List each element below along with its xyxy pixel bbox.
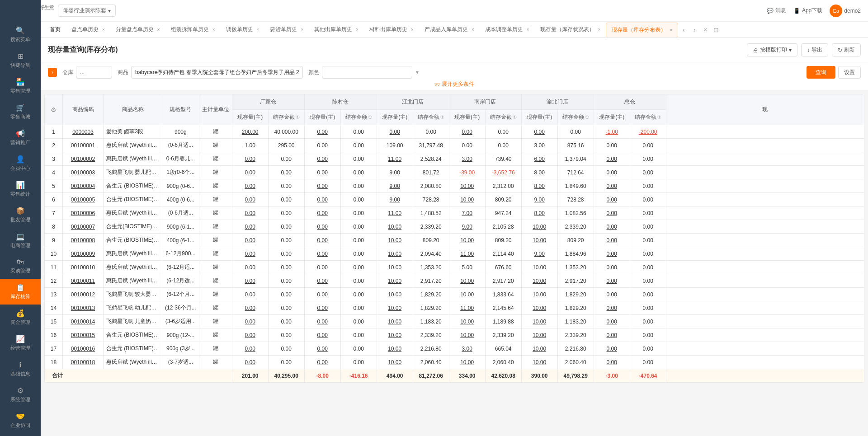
cell-yb-qty[interactable]: 10.00 [521, 342, 557, 356]
cell-zc-qty[interactable]: 0.00 [594, 328, 630, 342]
cell-na-qty[interactable]: 10.00 [449, 179, 485, 193]
cell-cc-qty[interactable]: 0.00 [304, 315, 340, 328]
tab-stock-status[interactable]: 现存量（库存状况表）× [535, 23, 606, 37]
cell-code[interactable]: 00100013 [63, 301, 104, 315]
cell-code[interactable]: 00100009 [63, 247, 104, 261]
sidebar-item-guide[interactable]: 🎯 新手引导 [0, 433, 41, 436]
sidebar-item-search[interactable]: 🔍 搜索英单 [0, 22, 41, 47]
cell-yb-qty[interactable]: 10.00 [521, 315, 557, 328]
tab-close-all[interactable]: × [700, 24, 711, 35]
cell-cc-qty[interactable]: 0.00 [304, 288, 340, 301]
cell-na-qty[interactable]: 10.00 [449, 234, 485, 247]
sidebar-item-info[interactable]: ℹ 基础信息 [0, 356, 41, 382]
cell-jb-qty[interactable]: 10.00 [377, 328, 413, 342]
cell-yb-qty[interactable]: 10.00 [521, 274, 557, 288]
cell-cj-qty[interactable]: 200.00 [232, 125, 268, 139]
cell-cj-qty[interactable]: 0.00 [232, 179, 268, 193]
cell-na-qty[interactable]: 7.00 [449, 206, 485, 220]
cell-code[interactable]: 00100008 [63, 234, 104, 247]
cell-yb-qty[interactable]: 8.00 [521, 166, 557, 179]
cell-yb-qty[interactable]: 10.00 [521, 220, 557, 234]
sidebar-item-shop[interactable]: 🛒 零售商城 [0, 99, 41, 125]
cell-jb-qty[interactable]: 9.00 [377, 179, 413, 193]
cell-code[interactable]: 00100004 [63, 179, 104, 193]
sidebar-item-retail[interactable]: 🏪 零售管理 [0, 73, 41, 99]
tab-close[interactable]: × [356, 27, 359, 32]
cell-yb-qty[interactable]: 3.00 [521, 139, 557, 152]
cell-yb-qty[interactable]: 8.00 [521, 206, 557, 220]
cell-code[interactable]: 00100012 [63, 288, 104, 301]
sidebar-item-finance[interactable]: 💰 资金管理 [0, 305, 41, 330]
cell-code[interactable]: 00100016 [63, 342, 104, 356]
cell-yb-qty[interactable]: 10.00 [521, 288, 557, 301]
color-input[interactable] [322, 66, 412, 79]
cell-cc-qty[interactable]: 0.00 [304, 356, 340, 369]
cell-cc-qty[interactable]: 0.00 [304, 206, 340, 220]
sidebar-item-marketing[interactable]: 📢 营销推广 [0, 125, 41, 150]
cell-zc-qty[interactable]: 0.00 [594, 247, 630, 261]
tab-close[interactable]: × [157, 27, 160, 32]
cell-yb-qty[interactable]: 10.00 [521, 234, 557, 247]
cell-zc-qty[interactable]: 0.00 [594, 206, 630, 220]
app-download-btn[interactable]: 📱 App下载 [793, 7, 822, 14]
cell-code[interactable]: 00100007 [63, 220, 104, 234]
tab-other-out[interactable]: 其他出库单历史× [309, 23, 364, 37]
tab-close[interactable]: × [212, 27, 215, 32]
cell-na-qty[interactable]: 10.00 [449, 356, 485, 369]
cell-jb-qty[interactable]: 0.00 [377, 125, 413, 139]
cell-jb-qty[interactable]: 9.00 [377, 193, 413, 206]
tab-close[interactable]: × [598, 27, 601, 32]
cell-cc-qty[interactable]: 0.00 [304, 125, 340, 139]
cell-cj-qty[interactable]: 0.00 [232, 356, 268, 369]
cell-na-qty[interactable]: -39.00 [449, 166, 485, 179]
tab-close[interactable]: × [102, 27, 105, 32]
tab-material-out[interactable]: 材料出库单历史× [364, 23, 419, 37]
cell-jb-qty[interactable]: 10.00 [377, 261, 413, 274]
cell-code[interactable]: 00100018 [63, 356, 104, 369]
cell-cc-qty[interactable]: 0.00 [304, 261, 340, 274]
cell-zc-qty[interactable]: 0.00 [594, 152, 630, 166]
goods-input[interactable] [131, 66, 303, 79]
cell-zc-qty[interactable]: 0.00 [594, 179, 630, 193]
info-icon[interactable]: ① [513, 115, 517, 120]
user-area[interactable]: Ea demo2 [830, 5, 861, 17]
cell-jb-qty[interactable]: 10.00 [377, 356, 413, 369]
setting-btn[interactable]: 设置 [838, 66, 861, 79]
cell-zc-qty[interactable]: 0.00 [594, 301, 630, 315]
cell-jb-qty[interactable]: 11.00 [377, 206, 413, 220]
cell-jb-qty[interactable]: 10.00 [377, 288, 413, 301]
cell-cc-qty[interactable]: 0.00 [304, 179, 340, 193]
cell-code[interactable]: 00100015 [63, 328, 104, 342]
cell-cj-qty[interactable]: 0.00 [232, 342, 268, 356]
info-icon[interactable]: ① [368, 115, 372, 120]
cell-jb-qty[interactable]: 11.00 [377, 152, 413, 166]
cell-yb-qty[interactable]: 10.00 [521, 328, 557, 342]
query-btn[interactable]: 查询 [807, 66, 835, 79]
message-btn[interactable]: 💬 消息 [767, 7, 786, 14]
industry-selector[interactable]: 母婴行业演示陈套 ▾ [58, 5, 116, 17]
cell-cj-qty[interactable]: 0.00 [232, 274, 268, 288]
cell-na-qty[interactable]: 5.00 [449, 261, 485, 274]
cell-zc-qty[interactable]: 0.00 [594, 166, 630, 179]
sidebar-item-ecom[interactable]: 💻 电商管理 [0, 228, 41, 253]
tab-close[interactable]: × [472, 27, 474, 32]
cell-na-qty[interactable]: 11.00 [449, 247, 485, 261]
cell-cc-qty[interactable]: 0.00 [304, 139, 340, 152]
cell-jb-qty[interactable]: 10.00 [377, 234, 413, 247]
export-btn[interactable]: ↓ 导出 [801, 43, 828, 56]
tab-expand[interactable]: ⊡ [711, 24, 722, 35]
cell-zc-qty[interactable]: 0.00 [594, 139, 630, 152]
cell-yb-qty[interactable]: 9.00 [521, 247, 557, 261]
sidebar-item-purchase[interactable]: 🛍 采购管理 [0, 253, 41, 279]
cell-jb-qty[interactable]: 10.00 [377, 315, 413, 328]
cell-code[interactable]: 00100006 [63, 206, 104, 220]
cell-zc-qty[interactable]: 0.00 [594, 274, 630, 288]
cell-cc-qty[interactable]: 0.00 [304, 152, 340, 166]
cell-cj-qty[interactable]: 0.00 [232, 247, 268, 261]
cell-zc-qty[interactable]: 0.00 [594, 220, 630, 234]
cell-cj-qty[interactable]: 0.00 [232, 288, 268, 301]
tab-stock-dist[interactable]: 现存量（库存分布表）× [606, 23, 678, 37]
info-icon[interactable]: ① [585, 115, 589, 120]
cell-yb-qty[interactable]: 8.00 [521, 179, 557, 193]
cell-yb-qty[interactable]: 10.00 [521, 261, 557, 274]
